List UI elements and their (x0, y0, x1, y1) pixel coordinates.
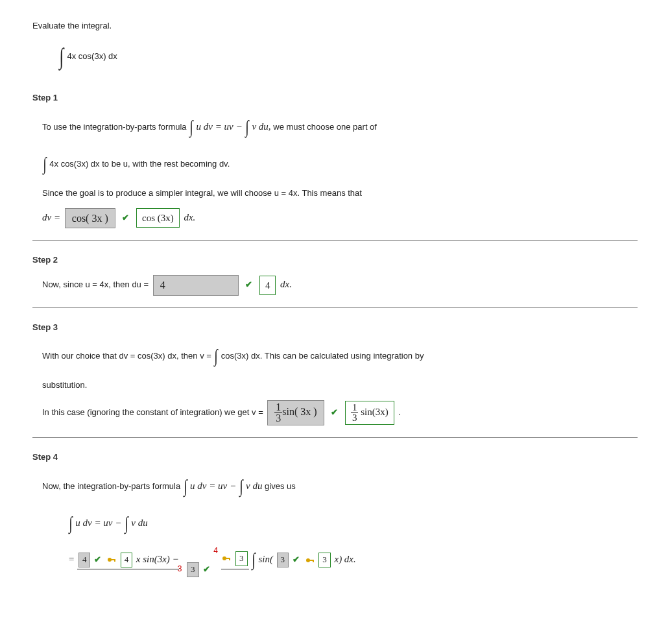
check-icon: ✔ (245, 280, 252, 289)
divider (32, 437, 638, 438)
key-icon (221, 555, 232, 562)
key-answer: 3 (318, 553, 331, 567)
integral-sign: ∫ (252, 545, 255, 575)
check-icon: ✔ (94, 555, 101, 564)
step3-line1: With our choice that dv = cos(3x) dx, th… (42, 342, 638, 371)
answer-box[interactable]: 4 (78, 553, 91, 567)
step3-head: Step 3 (32, 321, 638, 335)
step1-line4: dv = cos( 3x ) ✔ cos (3x) dx. (42, 208, 638, 229)
step2-line: Now, since u = 4x, then du = 4 ✔ 4 dx. (42, 275, 638, 296)
key-icon (305, 556, 315, 564)
integral-sign: ∫ (239, 472, 243, 501)
answer-box-v[interactable]: 13sin( 3x ) (267, 400, 324, 425)
integral-sign: ∫ (59, 38, 64, 76)
prompt-title: Evaluate the integral. (32, 19, 638, 33)
integral-sign: ∫ (69, 509, 72, 538)
integrand: 4x cos(3x) dx (67, 50, 117, 64)
answer-box-du[interactable]: 4 (153, 275, 239, 296)
correct-box: 13 sin(3x) (345, 401, 394, 425)
answer-box[interactable]: 3 (187, 562, 199, 577)
step3-line1b: substitution. (42, 379, 638, 392)
question-prompt: Evaluate the integral. ∫ 4x cos(3x) dx (32, 19, 638, 75)
integral-sign: ∫ (125, 509, 128, 538)
step4-line2: ∫ u dv = uv − ∫ v du (68, 509, 638, 538)
step3-line2: In this case (ignoring the constant of i… (42, 400, 638, 425)
step4-line1: Now, the integration-by-parts formula ∫ … (42, 472, 638, 501)
integral-sign: ∫ (245, 113, 248, 142)
key-answer: 4 (121, 553, 133, 567)
key-answer: 3 (235, 551, 248, 566)
step1-head: Step 1 (32, 91, 638, 105)
check-icon: ✔ (331, 407, 338, 417)
check-icon: ✔ (203, 564, 210, 574)
step1-line3: Since the goal is to produce a simpler i… (42, 187, 638, 200)
answer-box[interactable]: 3 (277, 553, 289, 567)
step2-head: Step 2 (32, 254, 638, 267)
svg-rect-8 (313, 560, 314, 562)
divider (32, 240, 638, 241)
answer-box-dv[interactable]: cos( 3x ) (65, 208, 115, 229)
step1-line1: To use the integration-by-parts formula … (42, 113, 638, 142)
key-icon (106, 556, 117, 564)
step4-head: Step 4 (32, 451, 638, 464)
integral-sign: ∫ (189, 113, 193, 142)
divider (32, 307, 638, 308)
integral-sign: ∫ (184, 472, 187, 501)
denominator: 3 (178, 564, 182, 573)
correct-box: 4 (259, 276, 276, 295)
check-icon: ✔ (122, 213, 129, 222)
check-icon: ✔ (293, 555, 300, 564)
numerator: 4 (213, 546, 218, 555)
correct-box: cos (3x) (136, 208, 180, 228)
svg-rect-2 (114, 559, 115, 562)
integral-sign: ∫ (215, 342, 218, 371)
step1-line2: ∫ 4x cos(3x) dx to be u, with the rest b… (42, 150, 638, 179)
integral-sign: ∫ (43, 150, 46, 179)
step4-line3: = 4✔ 4 x sin(3x) − 3 3✔ 4 3 ∫ sin( 3✔ 3 … (68, 545, 638, 575)
svg-rect-5 (229, 558, 230, 560)
